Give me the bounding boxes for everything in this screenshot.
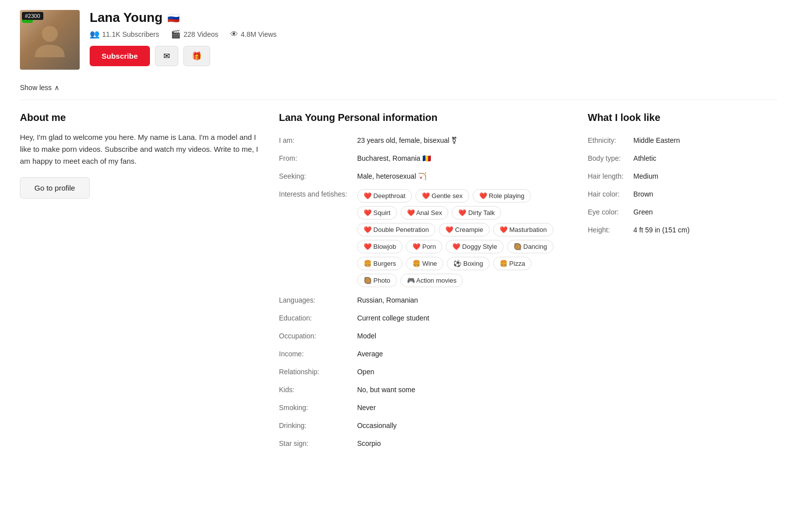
profile-flag: 🇷🇺 (167, 12, 180, 24)
income-value: Average (357, 345, 568, 363)
views-icon: 👁 (230, 30, 238, 39)
income-label: Income: (279, 345, 357, 363)
gift-icon: 🎁 (192, 52, 202, 60)
message-button[interactable]: ✉ (155, 46, 178, 66)
from-value: Bucharest, Romania 🇷🇴 (357, 149, 568, 167)
kids-value: No, but want some (357, 381, 568, 399)
look-title: What I look like (588, 112, 777, 123)
interest-tag: 🍔 Wine (406, 257, 443, 270)
occupation-value: Model (357, 327, 568, 345)
profile-badge: #2300 (22, 12, 43, 20)
interest-tag: ❤️ Double Penetration (357, 223, 435, 236)
interest-tag: ❤️ Blowjob (357, 240, 402, 253)
views-stat: 👁 4.8M Views (230, 30, 276, 39)
body-type-value: Athletic (634, 149, 777, 167)
occupation-label: Occupation: (279, 327, 357, 345)
subscribers-count: 11.1K Subscribers (102, 30, 159, 38)
seeking-value: Male, heterosexual 🏹 (357, 167, 568, 185)
ethnicity-value: Middle Eastern (634, 131, 777, 149)
kids-label: Kids: (279, 381, 357, 399)
profile-name-row: Lana Young 🇷🇺 (90, 10, 777, 25)
interests-tags: ❤️ Deepthroat❤️ Gentle sex❤️ Role playin… (357, 185, 568, 291)
interest-tag: ❤️ Creampie (439, 223, 490, 236)
interest-tag: ❤️ Anal Sex (400, 206, 449, 219)
look-section: What I look like Ethnicity: Middle Easte… (588, 112, 777, 452)
interest-tag: ❤️ Masturbation (493, 223, 553, 236)
hair-length-value: Medium (634, 167, 777, 185)
relationship-value: Open (357, 363, 568, 381)
interest-tag: ❤️ Dirty Talk (452, 206, 501, 219)
videos-count: 228 Videos (183, 30, 218, 38)
profile-stats: 👥 11.1K Subscribers 🎬 228 Videos 👁 4.8M … (90, 29, 777, 39)
smoking-value: Never (357, 399, 568, 417)
from-label: From: (279, 149, 357, 167)
show-less-button[interactable]: Show less ∧ (20, 80, 777, 100)
languages-value: Russian, Romanian (357, 291, 568, 309)
subscribers-icon: 👥 (90, 29, 100, 39)
subscribe-button[interactable]: Subscribe (90, 46, 150, 66)
interest-tag: 🍔 Pizza (493, 257, 531, 270)
i-am-value: 23 years old, female, bisexual ⚧ (357, 131, 568, 149)
education-value: Current college student (357, 309, 568, 327)
star-sign-value: Scorpio (357, 434, 568, 452)
interest-tag: 🍔 Burgers (357, 257, 402, 270)
videos-stat: 🎬 228 Videos (171, 29, 218, 39)
interest-tag: ❤️ Doggy Style (446, 240, 504, 253)
show-less-label: Show less (20, 84, 52, 92)
education-label: Education: (279, 309, 357, 327)
hair-length-label: Hair length: (588, 167, 634, 185)
go-profile-button[interactable]: Go to profile (20, 177, 90, 199)
interest-tag: ❤️ Deepthroat (357, 189, 412, 203)
look-table: Ethnicity: Middle Eastern Body type: Ath… (588, 131, 777, 239)
interest-tag: ⚽ Boxing (447, 257, 489, 270)
drinking-label: Drinking: (279, 417, 357, 434)
about-section: About me Hey, I'm glad to welcome you he… (20, 112, 259, 452)
about-title: About me (20, 112, 259, 123)
interest-tag: ❤️ Role playing (473, 189, 531, 203)
subscribers-stat: 👥 11.1K Subscribers (90, 29, 159, 39)
eye-color-value: Green (634, 203, 777, 221)
drinking-value: Occasionally (357, 417, 568, 434)
star-sign-label: Star sign: (279, 434, 357, 452)
profile-name: Lana Young (90, 10, 162, 25)
interest-tag: 🥘 Photo (357, 274, 397, 287)
gift-button[interactable]: 🎁 (183, 46, 210, 66)
ethnicity-label: Ethnicity: (588, 131, 634, 149)
interest-tag: 🎮 Action movies (400, 274, 463, 287)
eye-color-label: Eye color: (588, 203, 634, 221)
message-icon: ✉ (163, 52, 170, 60)
personal-section: Lana Young Personal information I am: 23… (279, 112, 568, 452)
interests-label: Interests and fetishes: (279, 185, 357, 291)
personal-info-table: I am: 23 years old, female, bisexual ⚧ F… (279, 131, 568, 452)
profile-actions: Subscribe ✉ 🎁 (90, 46, 777, 66)
avatar-container: #2300 (20, 10, 80, 70)
main-content: About me Hey, I'm glad to welcome you he… (20, 112, 777, 452)
about-text: Hey, I'm glad to welcome you here. My na… (20, 131, 259, 167)
seeking-label: Seeking: (279, 167, 357, 185)
interest-tag: ❤️ Squirt (357, 206, 397, 219)
personal-title: Lana Young Personal information (279, 112, 568, 123)
svg-point-0 (42, 26, 58, 42)
body-type-label: Body type: (588, 149, 634, 167)
i-am-label: I am: (279, 131, 357, 149)
height-value: 4 ft 59 in (151 cm) (634, 221, 777, 239)
profile-info: Lana Young 🇷🇺 👥 11.1K Subscribers 🎬 228 … (90, 10, 777, 66)
views-count: 4.8M Views (241, 30, 276, 38)
hair-color-value: Brown (634, 185, 777, 203)
languages-label: Languages: (279, 291, 357, 309)
interest-tag: ❤️ Gentle sex (415, 189, 469, 203)
videos-icon: 🎬 (171, 29, 181, 39)
chevron-up-icon: ∧ (54, 84, 59, 92)
hair-color-label: Hair color: (588, 185, 634, 203)
profile-header: #2300 Lana Young 🇷🇺 👥 11.1K Subscribers … (20, 10, 777, 80)
relationship-label: Relationship: (279, 363, 357, 381)
height-label: Height: (588, 221, 634, 239)
interest-tag: ❤️ Porn (406, 240, 442, 253)
smoking-label: Smoking: (279, 399, 357, 417)
interest-tag: 🥘 Dancing (507, 240, 553, 253)
